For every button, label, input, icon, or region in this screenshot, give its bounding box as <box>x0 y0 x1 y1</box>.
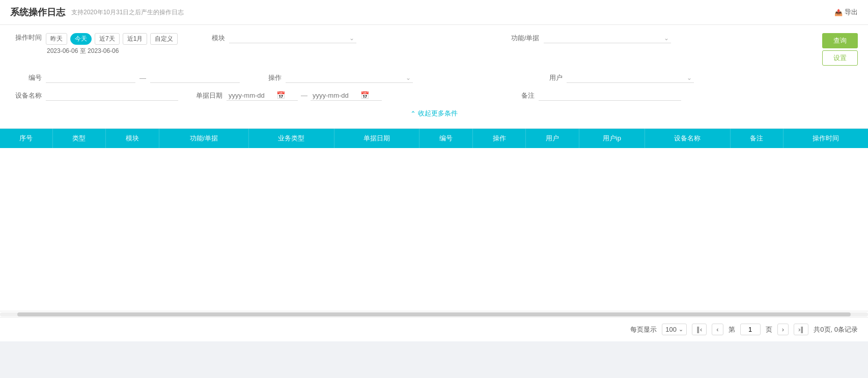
last7days-btn[interactable]: 近7天 <box>95 33 120 45</box>
prev-page-btn[interactable]: ‹ <box>712 324 723 335</box>
user-value <box>569 74 571 81</box>
remark-input[interactable] <box>541 92 679 99</box>
module-value <box>231 34 233 42</box>
user-label: 用户 <box>531 73 567 82</box>
code-label: 编号 <box>10 73 46 82</box>
export-button[interactable]: 📤 导出 <box>834 8 858 17</box>
operation-time-label: 操作时间 <box>10 33 46 42</box>
voucher-date-label: 单据日期 <box>193 91 227 100</box>
custom-btn[interactable]: 自定义 <box>150 33 178 45</box>
collapse-chevron-icon: ⌃ <box>410 110 416 118</box>
operation-chevron-icon: ⌄ <box>406 74 411 81</box>
export-label: 导出 <box>845 8 858 17</box>
code-input-to[interactable] <box>152 74 238 81</box>
current-page-input[interactable] <box>740 324 761 335</box>
voucher-date-to[interactable]: 📅 <box>311 90 382 101</box>
first-page-btn[interactable]: ‖‹ <box>692 324 707 335</box>
function-select[interactable]: ⌄ <box>544 33 671 43</box>
remark-label: 备注 <box>503 91 539 100</box>
voucher-date-from[interactable]: 📅 <box>227 90 298 101</box>
next-page-btn[interactable]: › <box>777 324 789 335</box>
table-header: 序号 类型 模块 功能/单据 业务类型 单据日期 编号 操作 用户 用户ip 设… <box>0 129 868 148</box>
col-user: 用户 <box>526 129 579 148</box>
page-size-select[interactable]: 100 ⌄ <box>662 324 687 335</box>
horizontal-scrollbar[interactable] <box>0 311 868 317</box>
export-icon: 📤 <box>834 9 843 16</box>
function-value <box>546 34 548 42</box>
time-buttons: 昨天 今天 近7天 近1月 自定义 <box>46 33 178 45</box>
col-type: 类型 <box>52 129 105 148</box>
col-module: 模块 <box>106 129 159 148</box>
device-name-label: 设备名称 <box>10 91 46 100</box>
calendar-from-icon[interactable]: 📅 <box>276 91 285 99</box>
col-operation: 操作 <box>472 129 525 148</box>
query-button[interactable]: 查询 <box>822 33 858 48</box>
module-select[interactable]: ⌄ <box>229 33 356 43</box>
page-size-chevron-icon: ⌄ <box>679 326 683 333</box>
collapse-label: 收起更多条件 <box>418 109 458 118</box>
col-code: 编号 <box>419 129 472 148</box>
date-separator: — <box>301 92 307 99</box>
page-word: 第 <box>729 325 735 334</box>
scrollbar-thumb[interactable] <box>17 312 851 316</box>
user-select[interactable]: ⌄ <box>567 73 694 83</box>
col-function: 功能/单据 <box>159 129 248 148</box>
col-user-ip: 用户ip <box>579 129 645 148</box>
collapse-button[interactable]: ⌃ 收起更多条件 <box>410 109 458 118</box>
data-table: 序号 类型 模块 功能/单据 业务类型 单据日期 编号 操作 用户 用户ip 设… <box>0 129 868 148</box>
total-label: 共0页, 0条记录 <box>814 325 858 334</box>
user-chevron-icon: ⌄ <box>687 74 692 81</box>
col-op-time: 操作时间 <box>783 129 868 148</box>
page-header: 系统操作日志 支持2020年10月31日之后产生的操作日志 📤 导出 <box>0 0 868 25</box>
page-subtitle: 支持2020年10月31日之后产生的操作日志 <box>71 8 184 17</box>
today-btn[interactable]: 今天 <box>70 33 92 45</box>
col-remark: 备注 <box>730 129 783 148</box>
date-to-input[interactable] <box>313 92 358 99</box>
pagination-bar: 每页显示 100 ⌄ ‖‹ ‹ 第 页 › ›‖ 共0页, 0条记录 <box>0 317 868 341</box>
code-input-from[interactable] <box>48 74 133 81</box>
page-suffix: 页 <box>766 325 772 334</box>
last1month-btn[interactable]: 近1月 <box>123 33 148 45</box>
date-range-display: 2023-06-06 至 2023-06-06 <box>47 47 178 55</box>
code-separator: — <box>139 74 146 82</box>
operation-filter-label: 操作 <box>250 73 286 82</box>
operation-value <box>288 74 290 81</box>
date-from-input[interactable] <box>229 92 274 99</box>
module-chevron-icon: ⌄ <box>349 35 354 42</box>
device-name-input[interactable] <box>48 92 176 99</box>
page-title: 系统操作日志 <box>10 6 65 18</box>
collapse-row: ⌃ 收起更多条件 <box>10 106 858 123</box>
col-voucher-date: 单据日期 <box>334 129 419 148</box>
settings-button[interactable]: 设置 <box>822 50 858 66</box>
yesterday-btn[interactable]: 昨天 <box>46 33 67 45</box>
filter-area: 操作时间 昨天 今天 近7天 近1月 自定义 2023-06-06 至 2023… <box>0 25 868 129</box>
function-label: 功能/单据 <box>508 34 544 43</box>
action-buttons: 查询 设置 <box>822 33 858 66</box>
page-size-value: 100 <box>665 326 677 333</box>
scrollbar-track <box>0 312 868 316</box>
col-device: 设备名称 <box>645 129 730 148</box>
empty-table-area <box>0 148 868 311</box>
function-chevron-icon: ⌄ <box>664 35 669 42</box>
operation-select[interactable]: ⌄ <box>286 73 413 83</box>
col-index: 序号 <box>0 129 52 148</box>
last-page-btn[interactable]: ›‖ <box>794 324 808 335</box>
col-biz-type: 业务类型 <box>249 129 334 148</box>
table-container: 序号 类型 模块 功能/单据 业务类型 单据日期 编号 操作 用户 用户ip 设… <box>0 129 868 148</box>
calendar-to-icon[interactable]: 📅 <box>360 91 369 99</box>
page-size-label: 每页显示 <box>630 325 657 334</box>
module-label: 模块 <box>193 34 229 43</box>
